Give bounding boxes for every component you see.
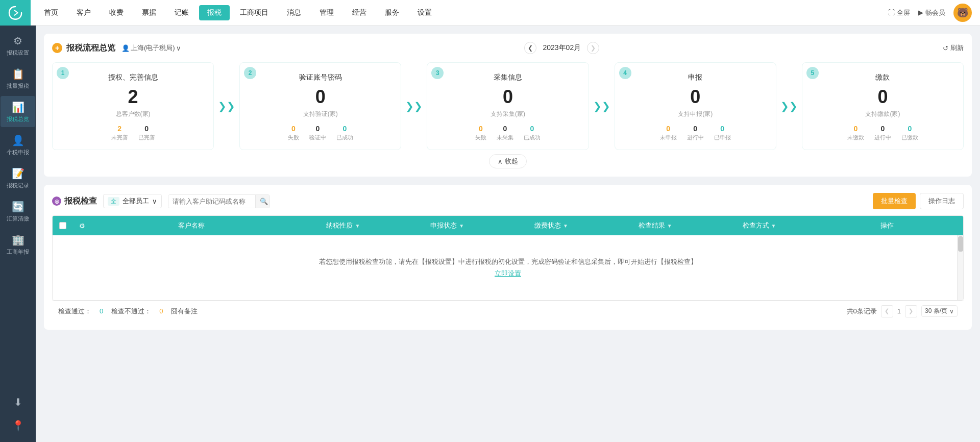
nav-tax[interactable]: 报税: [199, 5, 230, 20]
page-size-chevron: ∨: [949, 308, 954, 315]
sidebar-item-annual-report[interactable]: 🏢 工商年报: [1, 229, 35, 260]
th-check-method: 检查方式 ▼: [707, 216, 812, 235]
sidebar-item-batch-tax[interactable]: 📋 批量报税: [1, 63, 35, 94]
filter-icon[interactable]: ▼: [355, 223, 360, 229]
annual-report-icon: 🏢: [12, 234, 24, 246]
refresh-button[interactable]: ↺ 刷新: [943, 43, 964, 53]
tax-records-icon: 📝: [12, 167, 24, 180]
sidebar-item-tax-settings[interactable]: ⚙ 报税设置: [1, 30, 35, 61]
step-arrow-4: ❯❯: [776, 62, 802, 150]
th-tax-nature: 纳税性质 ▼: [291, 216, 396, 235]
location-tag[interactable]: 👤 上海(电子税局) ∨: [121, 43, 181, 53]
filter-icon[interactable]: ▼: [459, 223, 464, 229]
sidebar-download[interactable]: ⬇: [1, 391, 35, 412]
nav-operation[interactable]: 经营: [344, 5, 375, 20]
filter-icon[interactable]: ▼: [771, 223, 776, 229]
sidebar: ⚙ 报税设置 📋 批量报税 📊 报税总览 👤 个税申报 📝 报税记录 🔄 汇算清…: [0, 26, 36, 442]
step-collect: 3 采集信息 0 支持采集(家) 0 失败 0 未采集: [427, 62, 589, 150]
step-stat-1-1: 0 已完善: [138, 125, 155, 141]
employee-filter[interactable]: 全 全部员工 ∨: [103, 194, 162, 208]
step-payment: 5 缴款 0 支持缴款(家) 0 未缴款 0 进行中: [802, 62, 964, 150]
batch-check-button[interactable]: 批量检查: [873, 193, 916, 209]
page-size-selector[interactable]: 30 条/页 ∨: [921, 305, 958, 317]
page-size-label: 30 条/页: [925, 307, 947, 315]
avatar[interactable]: 🐻: [953, 4, 972, 22]
first-page-button[interactable]: ❮: [881, 305, 893, 317]
sidebar-item-overview[interactable]: 📊 报税总览: [1, 96, 35, 127]
setup-link[interactable]: 立即设置: [495, 269, 521, 277]
fullscreen-button[interactable]: ⛶ 全屏: [888, 8, 910, 17]
pass-count[interactable]: 0: [100, 307, 103, 315]
sidebar-item-tax-records[interactable]: 📝 报税记录: [1, 162, 35, 193]
scrollbar[interactable]: [957, 235, 963, 300]
step-stat-3-2: 0 已成功: [524, 125, 541, 141]
vip-button[interactable]: ▶ 畅会员: [918, 8, 945, 17]
prev-month-button[interactable]: ❮: [524, 42, 536, 54]
nav-settings[interactable]: 设置: [409, 5, 440, 20]
check-title-text: 报税检查: [64, 196, 97, 207]
table-header: ⚙ 客户名称 纳税性质 ▼ 申报状态 ▼ 缴费状态 ▼: [53, 216, 963, 235]
stat-lbl: 进行中: [687, 134, 704, 141]
search-button[interactable]: 🔍: [255, 195, 270, 208]
search-input[interactable]: [168, 195, 255, 208]
download-icon: ⬇: [14, 396, 22, 408]
th-label: 操作: [880, 221, 894, 230]
step-stat-4-1: 0 进行中: [687, 125, 704, 141]
th-label: 申报状态: [430, 221, 457, 230]
nav-service[interactable]: 服务: [377, 5, 407, 20]
steps-container: 1 授权、完善信息 2 总客户数(家) 2 未完善 0 已完善: [52, 62, 964, 150]
nav-invoice[interactable]: 票据: [134, 5, 164, 20]
personal-tax-icon: 👤: [12, 134, 24, 146]
nav-manage[interactable]: 管理: [311, 5, 342, 20]
empty-message: 若您想使用报税检查功能，请先在【报税设置】中进行报税的初化设置，完成密码验证和信…: [319, 256, 697, 280]
stat-lbl: 已成功: [336, 134, 353, 141]
check-table: ⚙ 客户名称 纳税性质 ▼ 申报状态 ▼ 缴费状态 ▼: [52, 215, 964, 301]
filter-icon[interactable]: ▼: [563, 223, 568, 229]
header-checkbox[interactable]: [59, 222, 66, 229]
stat-lbl: 未申报: [660, 134, 677, 141]
step-declare: 4 申报 0 支持申报(家) 0 未申报 0 进行中: [615, 62, 776, 150]
th-gear[interactable]: ⚙: [73, 217, 91, 235]
step-authorize: 1 授权、完善信息 2 总客户数(家) 2 未完善 0 已完善: [52, 62, 214, 150]
sidebar-label-annual-report: 工商年报: [7, 248, 29, 256]
stat-val: 0: [479, 125, 483, 133]
collapse-bar: ∧ 收起: [52, 154, 964, 168]
search-wrap: 🔍: [168, 194, 270, 208]
nav-customer[interactable]: 客户: [68, 5, 99, 20]
current-month: 2023年02月: [543, 43, 581, 53]
collapse-button[interactable]: ∧ 收起: [489, 154, 527, 168]
th-label: 缴费状态: [534, 221, 561, 230]
sidebar-item-personal-tax[interactable]: 👤 个税申报: [1, 129, 35, 160]
step-stats-5: 0 未缴款 0 进行中 0 已缴款: [811, 125, 955, 141]
nav-message[interactable]: 消息: [279, 5, 309, 20]
location-icon2: 👤: [121, 44, 130, 52]
pass-label: 检查通过：: [58, 307, 91, 316]
note-label: 囧有备注: [171, 307, 198, 316]
stat-lbl: 已完善: [138, 134, 155, 141]
nav-fee[interactable]: 收费: [101, 5, 132, 20]
fullscreen-icon: ⛶: [888, 9, 895, 16]
step-subtitle-2: 支持验证(家): [248, 110, 393, 118]
sidebar-label-tax-settings: 报税设置: [7, 49, 29, 57]
fail-count[interactable]: 0: [159, 307, 163, 315]
sidebar-location[interactable]: 📍: [1, 414, 35, 436]
operation-log-button[interactable]: 操作日志: [920, 193, 964, 209]
step-stat-2-2: 0 已成功: [336, 125, 353, 141]
nav-business[interactable]: 工商项目: [232, 5, 277, 20]
location-icon: 📍: [12, 420, 24, 432]
nav-home[interactable]: 首页: [36, 5, 66, 20]
step-title-5: 缴款: [811, 73, 955, 82]
tax-settings-icon: ⚙: [13, 35, 22, 47]
step-stats-2: 0 失败 0 验证中 0 已成功: [248, 125, 393, 141]
filter-icon[interactable]: ▼: [667, 223, 672, 229]
scroll-thumb[interactable]: [958, 236, 963, 252]
next-month-button[interactable]: ❯: [587, 42, 599, 54]
step-count-2: 0: [248, 86, 393, 108]
nav-accounting[interactable]: 记账: [166, 5, 197, 20]
top-navigation: 首页 客户 收费 票据 记账 报税 工商项目 消息 管理 经营 服务 设置 ⛶ …: [0, 0, 980, 26]
next-page-button[interactable]: ❯: [905, 305, 917, 317]
sidebar-item-settlement[interactable]: 🔄 汇算清缴: [1, 195, 35, 227]
chevron-down-icon: ∨: [176, 44, 181, 52]
th-checkbox[interactable]: [53, 217, 73, 234]
step-stats-1: 2 未完善 0 已完善: [61, 125, 205, 141]
